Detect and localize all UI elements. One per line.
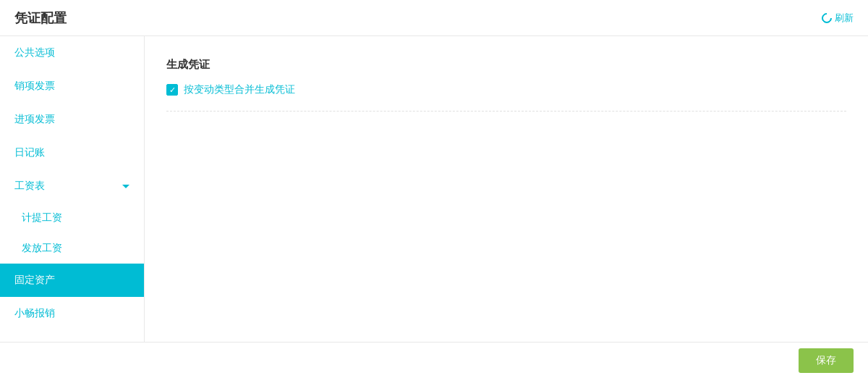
sidebar-item-fixed-assets[interactable]: 固定资产 — [0, 264, 144, 297]
section-divider — [166, 111, 846, 112]
sidebar-item-label: 日记账 — [14, 146, 45, 159]
sidebar-item-accrued-payroll[interactable]: 计提工资 — [0, 203, 144, 233]
footer: 保存 — [0, 342, 868, 378]
sidebar-item-purchase-invoice[interactable]: 进项发票 — [0, 103, 144, 136]
sidebar-item-journal[interactable]: 日记账 — [0, 136, 144, 169]
save-button[interactable]: 保存 — [799, 348, 854, 373]
page-wrapper: 凭证配置 刷新 公共选项销项发票进项发票日记账工资表计提工资发放工资固定资产小畅… — [0, 0, 868, 378]
sidebar-item-label: 公共选项 — [14, 46, 55, 59]
checkbox-row: ✓ 按变动类型合并生成凭证 — [166, 83, 846, 96]
sidebar-item-expense-report[interactable]: 小畅报销 — [0, 297, 144, 330]
sidebar-item-label: 小畅报销 — [14, 307, 55, 320]
sidebar-item-label: 固定资产 — [14, 274, 55, 287]
checkbox-label[interactable]: 按变动类型合并生成凭证 — [184, 83, 295, 96]
refresh-label: 刷新 — [835, 12, 854, 25]
sidebar-item-sales-invoice[interactable]: 销项发票 — [0, 70, 144, 103]
sidebar-item-label: 工资表 — [14, 180, 45, 193]
header: 凭证配置 刷新 — [0, 0, 868, 36]
refresh-icon — [820, 11, 834, 25]
sidebar-item-payroll[interactable]: 工资表 — [0, 169, 144, 203]
sidebar-item-label: 进项发票 — [14, 113, 55, 126]
body: 公共选项销项发票进项发票日记账工资表计提工资发放工资固定资产小畅报销 生成凭证 … — [0, 36, 868, 342]
main-content: 生成凭证 ✓ 按变动类型合并生成凭证 — [145, 36, 868, 342]
sidebar: 公共选项销项发票进项发票日记账工资表计提工资发放工资固定资产小畅报销 — [0, 36, 145, 342]
merge-checkbox[interactable]: ✓ — [166, 84, 178, 96]
page-title: 凭证配置 — [14, 9, 67, 27]
sidebar-item-label: 销项发票 — [14, 80, 55, 93]
checkmark-icon: ✓ — [169, 86, 176, 94]
sidebar-item-public-options[interactable]: 公共选项 — [0, 36, 144, 70]
sidebar-item-pay-payroll[interactable]: 发放工资 — [0, 233, 144, 264]
refresh-button[interactable]: 刷新 — [822, 12, 854, 25]
chevron-down-icon — [122, 185, 129, 188]
section-title: 生成凭证 — [166, 58, 846, 72]
